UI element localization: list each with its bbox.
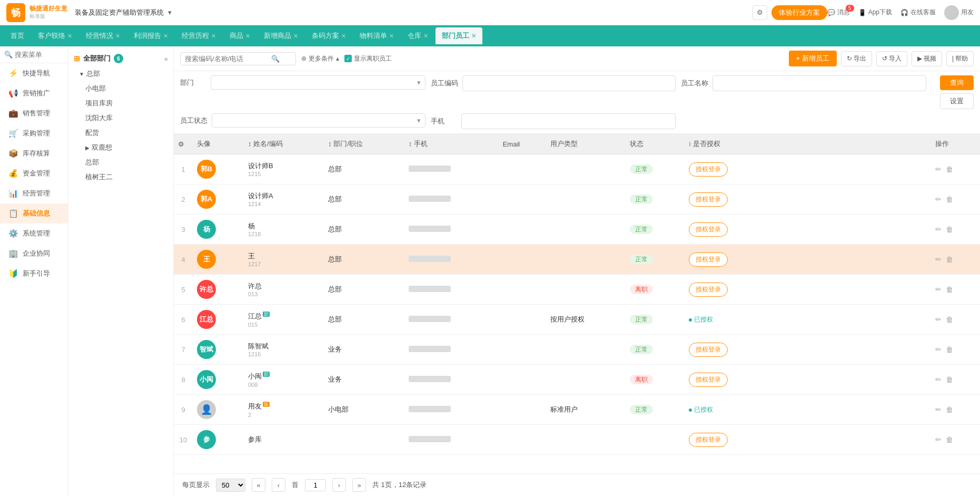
edit-icon[interactable]: ✏ [935, 225, 942, 234]
delete-icon[interactable]: 🗑 [946, 315, 953, 324]
close-icon[interactable]: ✕ [163, 33, 168, 40]
next-page-btn[interactable]: › [332, 478, 346, 492]
tab-journey[interactable]: 经营历程 ✕ [175, 27, 222, 44]
col-dept-pos[interactable]: ↕ 部门/职位 [324, 134, 404, 154]
auth-button[interactable]: 授权登录 [689, 252, 728, 267]
tab-profit[interactable]: 利润报告 ✕ [127, 27, 174, 44]
col-phone[interactable]: ↕ 手机 [404, 134, 499, 154]
tab-barcode[interactable]: 条码方案 ✕ [305, 27, 352, 44]
message-button[interactable]: 💬 消息 5 [827, 8, 850, 17]
online-support-button[interactable]: 🎧 在线客服 [900, 8, 936, 17]
tab-department-employee[interactable]: 部门员工 ✕ [435, 27, 482, 44]
more-conditions-button[interactable]: ⊛ 更多条件 ▴ [301, 54, 339, 63]
tab-add-goods[interactable]: 新增商品 ✕ [258, 27, 304, 44]
tab-home[interactable]: 首页 [4, 27, 31, 44]
sidebar-item-basic-info[interactable]: 📋 基础信息 [0, 203, 68, 223]
emp-code-input[interactable] [462, 75, 676, 91]
sidebar-item-system[interactable]: ⚙️ 系统管理 [0, 223, 68, 244]
auth-button[interactable]: 授权登录 [689, 433, 728, 447]
auth-button[interactable]: 授权登录 [689, 373, 728, 387]
video-button[interactable]: ▶ 视频 [912, 51, 942, 66]
sidebar-item-inventory[interactable]: 📦 库存核算 [0, 143, 68, 163]
add-employee-button[interactable]: + 新增员工 [789, 51, 837, 66]
edit-icon[interactable]: ✏ [935, 255, 942, 264]
dept-node-distribution[interactable]: 配货 [68, 125, 173, 140]
delete-icon[interactable]: 🗑 [946, 165, 953, 173]
first-page-btn[interactable]: « [252, 478, 265, 492]
tab-warehouse[interactable]: 仓库 ✕ [401, 27, 434, 44]
edit-icon[interactable]: ✏ [935, 165, 942, 173]
close-icon[interactable]: ✕ [211, 33, 216, 40]
dept-node-hq[interactable]: 总部 [68, 155, 173, 170]
sidebar-search-input[interactable] [15, 51, 64, 59]
sidebar-item-enterprise[interactable]: 🏢 企业协同 [0, 244, 68, 264]
sidebar-item-finance[interactable]: 💰 资金管理 [0, 163, 68, 183]
auth-button[interactable]: 授权登录 [689, 162, 728, 177]
app-download-button[interactable]: 📱 App下载 [858, 8, 892, 17]
close-icon[interactable]: ✕ [389, 33, 394, 40]
show-resigned-toggle[interactable]: ✓ 显示离职员工 [344, 54, 392, 63]
export-button[interactable]: ↻ 导出 [841, 51, 872, 66]
employee-search-input[interactable] [185, 55, 269, 63]
col-settings[interactable]: ⚙ [174, 134, 193, 154]
delete-icon[interactable]: 🗑 [946, 225, 953, 234]
close-icon[interactable]: ✕ [471, 33, 476, 40]
dept-node-project[interactable]: 项目库房 [68, 96, 173, 111]
close-icon[interactable]: ✕ [423, 33, 428, 40]
more-button[interactable]: | 帮助 [946, 51, 974, 66]
edit-icon[interactable]: ✏ [935, 345, 942, 354]
dept-node-small-elec[interactable]: 小电部 [68, 81, 173, 96]
page-size-select[interactable]: 50 20 100 [216, 479, 245, 492]
last-page-btn[interactable]: » [352, 478, 366, 492]
delete-icon[interactable]: 🗑 [946, 195, 953, 203]
edit-icon[interactable]: ✏ [935, 195, 942, 203]
system-dropdown-btn[interactable]: ▾ [168, 8, 172, 16]
sidebar-item-purchase[interactable]: 🛒 采购管理 [0, 123, 68, 143]
trial-button[interactable]: 体验行业方案 [771, 5, 827, 20]
collapse-button[interactable]: « [164, 55, 168, 63]
close-icon[interactable]: ✕ [293, 33, 298, 40]
dept-filter-select[interactable]: ▾ [211, 75, 425, 90]
close-icon[interactable]: ✕ [115, 33, 120, 40]
phone-input[interactable] [461, 113, 676, 129]
sidebar-item-operations[interactable]: 📊 经营管理 [0, 183, 68, 203]
settings-button[interactable]: ⚙ [753, 5, 767, 20]
close-icon[interactable]: ✕ [341, 33, 346, 40]
edit-icon[interactable]: ✏ [935, 405, 942, 414]
sidebar-item-sales[interactable]: 💼 销售管理 [0, 103, 68, 123]
emp-name-input[interactable] [712, 75, 926, 91]
query-button[interactable]: 查询 [940, 75, 974, 90]
sidebar-item-marketing[interactable]: 📢 营销推广 [0, 83, 68, 103]
dept-node-shenyang[interactable]: 沈阳大库 [68, 111, 173, 125]
edit-icon[interactable]: ✏ [935, 285, 942, 294]
edit-icon[interactable]: ✏ [935, 315, 942, 324]
delete-icon[interactable]: 🗑 [946, 255, 953, 264]
status-select[interactable]: ▾ [212, 113, 425, 128]
tab-bom[interactable]: 物料清单 ✕ [353, 27, 400, 44]
auth-button[interactable]: 授权登录 [689, 283, 728, 297]
auth-button[interactable]: 授权登录 [689, 222, 728, 237]
dept-node-plant[interactable]: 植树王二 [68, 170, 173, 184]
filter-settings-button[interactable]: 设置 [940, 93, 974, 109]
tab-goods[interactable]: 商品 ✕ [223, 27, 256, 44]
auth-button[interactable]: 授权登录 [689, 192, 728, 207]
delete-icon[interactable]: 🗑 [946, 345, 953, 354]
tab-customer[interactable]: 客户联络 ✕ [32, 27, 78, 44]
close-icon[interactable]: ✕ [67, 33, 72, 40]
col-name-code[interactable]: ↕ 姓名/编码 [244, 134, 324, 154]
delete-icon[interactable]: 🗑 [946, 435, 953, 444]
close-icon[interactable]: ✕ [245, 33, 250, 40]
import-button[interactable]: ↺ 导入 [876, 51, 907, 66]
edit-icon[interactable]: ✏ [935, 375, 942, 384]
delete-icon[interactable]: 🗑 [946, 375, 953, 384]
user-menu[interactable]: 用友 [944, 5, 974, 20]
delete-icon[interactable]: 🗑 [946, 285, 953, 294]
sidebar-item-guide[interactable]: 🔰 新手引导 [0, 264, 68, 284]
delete-icon[interactable]: 🗑 [946, 405, 953, 414]
tab-operations[interactable]: 经营情况 ✕ [80, 27, 126, 44]
auth-button[interactable]: 授权登录 [689, 343, 728, 357]
edit-icon[interactable]: ✏ [935, 435, 942, 444]
sidebar-item-quick-nav[interactable]: ⚡ 快捷导航 [0, 63, 68, 83]
dept-node-general[interactable]: ▼总部 [68, 66, 173, 81]
prev-page-btn[interactable]: ‹ [272, 478, 285, 492]
